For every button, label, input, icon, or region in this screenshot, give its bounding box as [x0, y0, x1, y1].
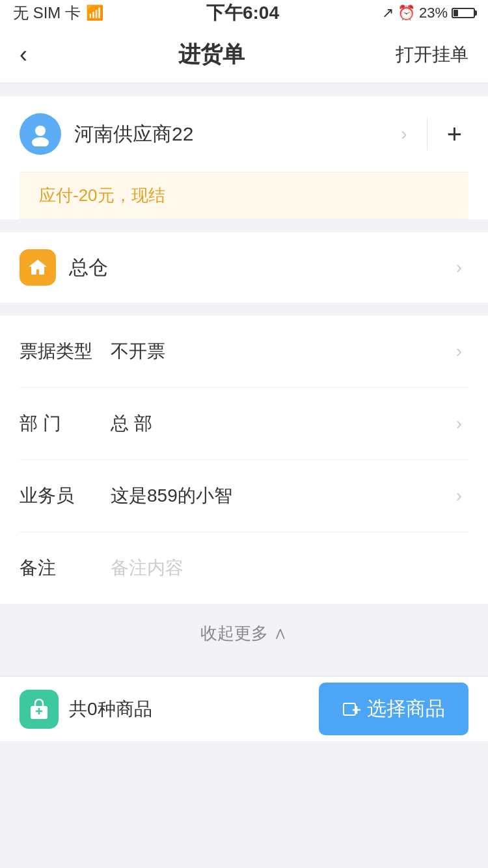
page-title: 进货单 — [178, 40, 245, 70]
warehouse-name: 总仓 — [69, 254, 456, 281]
form-card: 票据类型 不开票 › 部 门 总 部 › 业务员 这是859的小智 › 备注 备… — [0, 316, 488, 604]
status-bar: 无 SIM 卡 📶 下午6:04 ↗ ⏰ 23% — [0, 0, 488, 26]
salesperson-row[interactable]: 业务员 这是859的小智 › — [20, 460, 468, 532]
supplier-avatar — [20, 113, 61, 155]
supplier-row[interactable]: 河南供应商22 › + — [20, 96, 468, 172]
invoice-type-row[interactable]: 票据类型 不开票 › — [20, 316, 468, 388]
user-icon — [28, 122, 53, 146]
svg-point-1 — [32, 137, 49, 146]
status-time: 下午6:04 — [206, 1, 279, 25]
warehouse-row[interactable]: 总仓 › — [20, 232, 468, 303]
back-button[interactable]: ‹ — [20, 41, 27, 68]
wifi-icon: 📶 — [86, 5, 103, 21]
section-gap-2 — [0, 219, 488, 232]
divider — [427, 118, 427, 150]
shopping-bag-icon — [27, 697, 51, 722]
department-value: 总 部 — [111, 411, 456, 436]
add-supplier-button[interactable]: + — [441, 120, 468, 149]
remark-label: 备注 — [20, 556, 111, 580]
supplier-chevron-icon: › — [401, 124, 407, 144]
location-icon: ↗ — [382, 5, 394, 21]
select-products-icon — [342, 700, 360, 718]
product-count-label: 共0种商品 — [69, 697, 319, 722]
warehouse-chevron-icon: › — [456, 257, 462, 278]
section-gap-4 — [0, 663, 488, 676]
department-label: 部 门 — [20, 411, 111, 436]
section-gap-3 — [0, 303, 488, 316]
warehouse-icon — [20, 249, 56, 286]
salesperson-chevron-icon: › — [456, 485, 462, 506]
nav-bar: ‹ 进货单 打开挂单 — [0, 26, 488, 83]
status-right: ↗ ⏰ 23% — [382, 5, 475, 21]
invoice-type-chevron-icon: › — [456, 341, 462, 362]
supplier-alert-text: 应付-20元，现结 — [39, 185, 165, 205]
supplier-card: 河南供应商22 › + 应付-20元，现结 — [0, 96, 488, 219]
bottom-bar: 共0种商品 选择商品 — [0, 676, 488, 741]
collapse-label: 收起更多 ∧ — [200, 623, 287, 643]
invoice-type-label: 票据类型 — [20, 339, 111, 364]
department-row[interactable]: 部 门 总 部 › — [20, 388, 468, 460]
battery-percent: 23% — [419, 5, 448, 21]
remark-value: 备注内容 — [111, 556, 468, 580]
select-products-button[interactable]: 选择商品 — [319, 683, 468, 735]
section-gap-1 — [0, 83, 488, 96]
supplier-alert-banner: 应付-20元，现结 — [20, 172, 468, 219]
invoice-type-value: 不开票 — [111, 339, 456, 364]
battery-icon — [452, 8, 475, 18]
supplier-name: 河南供应商22 — [74, 121, 401, 148]
salesperson-label: 业务员 — [20, 483, 111, 508]
house-icon — [27, 256, 49, 278]
department-chevron-icon: › — [456, 413, 462, 434]
remark-row[interactable]: 备注 备注内容 — [20, 532, 468, 604]
product-icon — [20, 690, 59, 729]
svg-point-0 — [35, 126, 46, 136]
open-pending-button[interactable]: 打开挂单 — [396, 42, 468, 67]
alarm-icon: ⏰ — [398, 5, 415, 21]
status-left: 无 SIM 卡 📶 — [13, 3, 103, 23]
select-products-label: 选择商品 — [367, 696, 445, 722]
carrier-label: 无 SIM 卡 — [13, 3, 81, 23]
collapse-button[interactable]: 收起更多 ∧ — [0, 604, 488, 663]
warehouse-card: 总仓 › — [0, 232, 488, 303]
salesperson-value: 这是859的小智 — [111, 483, 456, 508]
